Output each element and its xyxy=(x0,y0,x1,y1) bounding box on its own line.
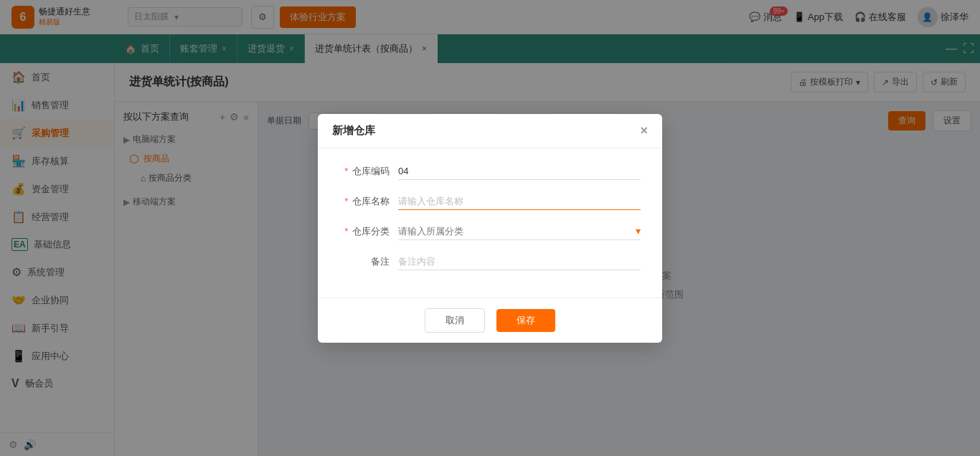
name-required-mark: * xyxy=(344,196,348,206)
form-row-name: * 仓库名称 xyxy=(339,193,641,210)
code-label: * 仓库编码 xyxy=(339,165,390,178)
modal-overlay[interactable]: 新增仓库 × * 仓库编码 * 仓库名称 * xyxy=(0,0,980,456)
category-label: * 仓库分类 xyxy=(339,225,390,238)
modal-body: * 仓库编码 * 仓库名称 * 仓库分类 ▾ xyxy=(318,148,662,298)
form-row-code: * 仓库编码 xyxy=(339,163,641,180)
modal-title: 新增仓库 xyxy=(332,124,375,138)
category-select-wrap: ▾ xyxy=(398,223,641,240)
save-button[interactable]: 保存 xyxy=(496,309,555,332)
modal-close-button[interactable]: × xyxy=(640,124,648,137)
cancel-button[interactable]: 取消 xyxy=(425,308,485,333)
modal-new-warehouse: 新增仓库 × * 仓库编码 * 仓库名称 * xyxy=(318,114,662,343)
name-label: * 仓库名称 xyxy=(339,195,390,208)
category-required-mark: * xyxy=(344,226,348,237)
code-input[interactable] xyxy=(398,163,641,180)
code-required-mark: * xyxy=(344,166,348,176)
form-row-note: 备注 xyxy=(339,253,641,270)
note-label: 备注 xyxy=(339,255,390,268)
form-row-category: * 仓库分类 ▾ xyxy=(339,223,641,240)
name-input[interactable] xyxy=(398,193,641,210)
note-input[interactable] xyxy=(398,253,641,270)
modal-header: 新增仓库 × xyxy=(318,114,662,148)
modal-footer: 取消 保存 xyxy=(318,298,662,343)
category-dropdown-arrow[interactable]: ▾ xyxy=(636,225,641,237)
category-input[interactable] xyxy=(398,223,636,239)
